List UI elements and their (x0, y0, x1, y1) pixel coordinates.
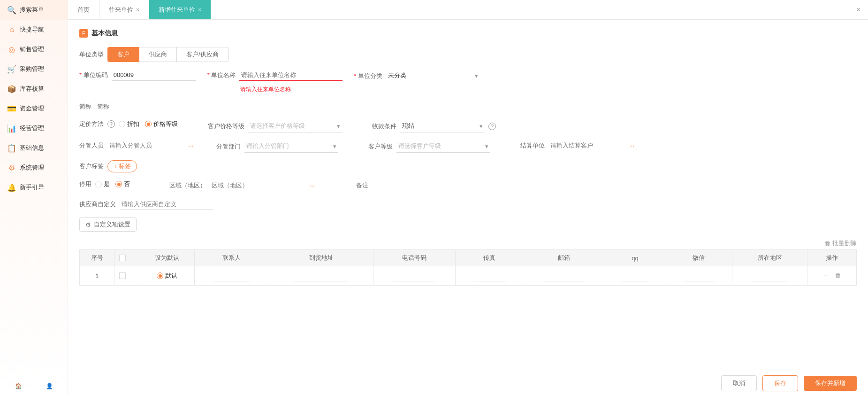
region-more-icon[interactable]: ··· (307, 182, 317, 189)
pricing-radio-discount[interactable]: 折扣 (119, 120, 139, 128)
sidebar-item-purchase[interactable]: 🛒 采购管理 (0, 59, 68, 79)
section-icon: F (79, 29, 88, 38)
tab-partners[interactable]: 往来单位 × (99, 0, 149, 19)
remark-input[interactable] (372, 180, 513, 191)
region-input[interactable] (210, 180, 304, 191)
type-btn-supplier[interactable]: 供应商 (139, 47, 177, 62)
col-seq: 序号 (80, 250, 114, 266)
row-checkbox[interactable] (119, 272, 126, 279)
cell-qq[interactable] (605, 266, 665, 286)
short-name-label: 简称 (79, 102, 91, 111)
manager-input[interactable] (107, 140, 183, 151)
form-row-disabled: 停用 是 否 区域（地区） ··· 备注 (79, 180, 857, 191)
cell-address[interactable] (269, 266, 373, 286)
sidebar-item-operations[interactable]: 📊 经营管理 (0, 118, 68, 138)
sidebar-item-quick-nav[interactable]: ⌂ 快捷导航 (0, 20, 68, 39)
form-group-settlement: 结算单位 ··· (520, 140, 637, 151)
row-delete-icon[interactable]: 🗑 (835, 272, 841, 279)
phone-input[interactable] (393, 270, 435, 281)
page-footer: 取消 保存 保存并新增 (68, 370, 868, 396)
sidebar-item-guide[interactable]: 🔔 新手引导 (0, 178, 68, 197)
cell-wechat[interactable] (665, 266, 732, 286)
unit-code-input[interactable] (112, 70, 196, 81)
cell-default: 默认 (140, 266, 194, 286)
settlement-input[interactable] (548, 140, 624, 151)
sidebar-home-btn[interactable]: 🏠 (4, 380, 33, 392)
type-btn-both[interactable]: 客户/供应商 (177, 47, 228, 62)
sidebar-item-basic-info[interactable]: 📋 基础信息 (0, 138, 68, 158)
price-level-select[interactable]: 请选择客户价格等级 ▾ (248, 120, 342, 132)
custom-settings-button[interactable]: ⚙ 自定义项设置 (79, 217, 137, 232)
batch-delete-label[interactable]: 批量删除 (832, 239, 857, 248)
sidebar-item-search[interactable]: 🔍 搜索菜单 (0, 0, 68, 20)
disabled-yes[interactable]: 是 (95, 180, 110, 188)
tab-new-partner-close[interactable]: × (198, 7, 201, 13)
save-button[interactable]: 保存 (762, 375, 798, 391)
settlement-more-icon[interactable]: ··· (627, 142, 637, 149)
unit-category-select[interactable]: 未分类 ▾ (386, 70, 480, 82)
col-address: 到货地址 (269, 250, 373, 266)
tab-partners-close[interactable]: × (136, 7, 139, 13)
wechat-input[interactable] (682, 270, 715, 281)
email-input[interactable] (543, 270, 585, 281)
cell-email[interactable] (523, 266, 605, 286)
pricing-radio-level[interactable]: 价格等级 (145, 120, 178, 128)
type-btn-customer[interactable]: 客户 (107, 47, 139, 62)
form-group-remark: 备注 (356, 180, 513, 191)
type-btn-group: 客户 供应商 客户/供应商 (107, 47, 228, 62)
unit-name-error: 请输入往来单位名称 (240, 85, 291, 93)
payment-term-select[interactable]: 现结 ▾ (400, 120, 485, 132)
form-group-payment-term: 收款条件 现结 ▾ ? (372, 120, 496, 132)
supplier-custom-input[interactable] (120, 199, 213, 210)
page-content: F 基本信息 单位类型 客户 供应商 客户/供应商 单位编码 单位名称 (68, 20, 868, 370)
unit-category-label: 单位分类 (354, 72, 382, 80)
disabled-no[interactable]: 否 (115, 180, 130, 188)
tags-label: 客户标签 (79, 162, 104, 171)
cell-region[interactable] (732, 266, 807, 286)
manager-more-icon[interactable]: ··· (186, 142, 196, 149)
sidebar-user-btn[interactable]: 👤 (35, 380, 64, 392)
cell-contact[interactable] (194, 266, 269, 286)
customer-level-select[interactable]: 请选择客户等级 ▾ (396, 140, 490, 153)
cancel-button[interactable]: 取消 (721, 375, 757, 391)
basic-info-icon: 📋 (8, 144, 16, 152)
contact-name-input[interactable] (213, 270, 251, 281)
cell-row-action: ＋ 🗑 (807, 266, 856, 286)
sidebar-item-finance[interactable]: 💳 资金管理 (0, 99, 68, 118)
batch-delete-icon: 🗑 (824, 240, 830, 247)
pricing-help-icon[interactable]: ? (107, 120, 115, 128)
form-group-unit-category: 单位分类 未分类 ▾ (354, 70, 480, 82)
cell-phone[interactable] (373, 266, 456, 286)
sidebar-bottom: 🏠 👤 (0, 376, 68, 396)
fax-input[interactable] (473, 270, 506, 281)
sidebar-item-sales[interactable]: ◎ 销售管理 (0, 39, 68, 59)
tab-home[interactable]: 首页 (68, 0, 99, 19)
guide-icon: 🔔 (8, 183, 16, 192)
address-input[interactable] (293, 270, 350, 281)
col-qq: qq (605, 250, 665, 266)
cell-fax[interactable] (456, 266, 523, 286)
form-group-price-level: 客户价格等级 请选择客户价格等级 ▾ (208, 120, 342, 132)
save-new-button[interactable]: 保存并新增 (804, 376, 857, 391)
sidebar-item-inventory[interactable]: 📦 库存核算 (0, 79, 68, 99)
unit-name-input[interactable] (239, 70, 343, 81)
price-level-arrow-icon: ▾ (337, 123, 340, 130)
price-level-label: 客户价格等级 (208, 122, 244, 131)
add-tag-button[interactable]: + 标签 (107, 160, 137, 172)
tab-bar-close[interactable]: × (849, 6, 868, 14)
qq-input[interactable] (621, 270, 649, 281)
payment-term-help-icon[interactable]: ? (488, 123, 496, 130)
contacts-table: 序号 设为默认 联系人 到货地址 电话号码 传真 邮箱 qq 微信 所在地区 操… (79, 249, 857, 286)
sidebar-item-system[interactable]: ⚙ 系统管理 (0, 158, 68, 178)
short-name-input[interactable] (95, 101, 180, 112)
department-select[interactable]: 请输入分管部门 ▾ (244, 140, 338, 153)
row-add-icon[interactable]: ＋ (823, 272, 829, 279)
form-row-unit-type: 单位类型 客户 供应商 客户/供应商 (79, 47, 857, 62)
tab-new-partner[interactable]: 新增往来单位 × (149, 0, 211, 19)
default-radio[interactable]: 默认 (145, 272, 189, 280)
row-region-input[interactable] (751, 270, 789, 281)
form-group-shortname: 简称 (79, 101, 180, 112)
select-all-checkbox[interactable] (119, 255, 126, 261)
form-group-unit-name: 单位名称 请输入往来单位名称 (207, 70, 343, 93)
cell-checkbox[interactable] (114, 266, 140, 286)
